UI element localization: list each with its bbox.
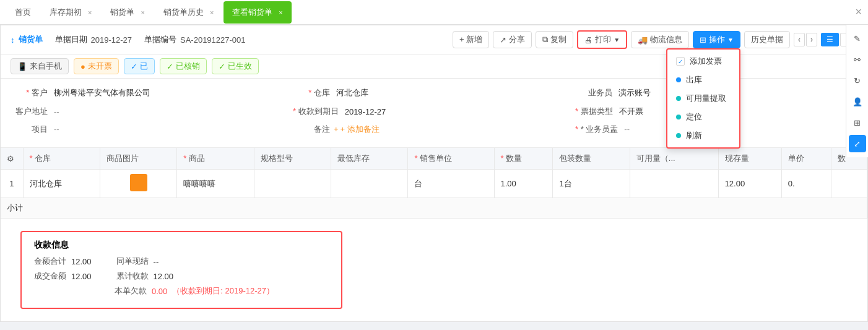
sidebar-user-icon[interactable]: 👤	[849, 93, 866, 110]
deal-label: 成交金额	[34, 271, 66, 282]
subtotal-label: 小计	[7, 203, 23, 212]
refresh-dot	[676, 133, 681, 138]
confirm-btn[interactable]: ✓ 已	[124, 58, 155, 74]
nav-prev[interactable]: ‹	[794, 33, 805, 46]
effective-btn[interactable]: ✓ 已生效	[212, 58, 259, 74]
dropdown-available-qty[interactable]: 可用量提取	[667, 89, 739, 108]
customer-field: 客户 柳州粤港平安气体有限公司	[11, 86, 293, 100]
total-item: 金额合计 12.00	[34, 256, 92, 267]
sidebar-link-icon[interactable]: ⚯	[849, 51, 866, 68]
doc-number-value: SA-20191227-001	[180, 35, 246, 45]
print-label: 打印	[595, 34, 611, 45]
tab-inventory-label: 库存期初	[50, 7, 82, 18]
dropdown-locate[interactable]: 定位	[667, 108, 739, 126]
same-order-label: 同单现结	[116, 256, 149, 267]
copy-button[interactable]: ⧉ 复制	[536, 31, 573, 48]
effective-icon: ✓	[219, 62, 225, 71]
history-button[interactable]: 历史单据	[744, 31, 790, 48]
payment-row-2: 成交金额 12.00 累计收款 12.00	[34, 271, 329, 282]
add-note-btn[interactable]: + + 添加备注	[334, 124, 380, 135]
tab-sales-history[interactable]: 销货单历史 ×	[155, 1, 222, 24]
share-label: 分享	[509, 34, 525, 45]
tab-view-sales[interactable]: 查看销货单 ×	[224, 1, 291, 24]
doc-date-label: 单据日期	[55, 34, 87, 45]
tab-sales-close[interactable]: ×	[141, 9, 144, 16]
sidebar-expand-icon[interactable]: ⤢	[849, 135, 866, 152]
new-button[interactable]: + 新增	[453, 31, 489, 48]
tab-sales[interactable]: 销货单 ×	[102, 1, 153, 24]
dropdown-outbound[interactable]: 出库	[667, 71, 739, 89]
row-unit: 台	[408, 170, 494, 198]
tab-home[interactable]: 首页	[6, 1, 40, 24]
table-body: 1 河北仓库 嘻嘻嘻嘻 台 1.00 1台 12.00 0.	[1, 170, 867, 219]
tab-inventory[interactable]: 库存期初 ×	[41, 1, 100, 24]
not-opened-btn[interactable]: ● 未开票	[74, 58, 119, 74]
confirm-icon: ✓	[131, 62, 137, 71]
same-order-value: --	[154, 257, 159, 266]
share-button[interactable]: ↗ 分享	[493, 31, 532, 48]
print-wrapper: 🖨 打印 ▼	[577, 30, 627, 49]
th-settings: ⚙	[1, 148, 23, 170]
outbound-dot	[676, 77, 681, 82]
sidebar-edit-icon[interactable]: ✎	[849, 30, 866, 47]
table-row: 1 河北仓库 嘻嘻嘻嘻 台 1.00 1台 12.00 0.	[1, 170, 867, 198]
row-warehouse: 河北仓库	[23, 170, 100, 198]
tab-home-label: 首页	[15, 7, 31, 18]
doc-title-text: 销货单	[19, 34, 43, 45]
history-label: 历史单据	[751, 34, 783, 45]
deal-item: 成交金额 12.00	[34, 271, 92, 282]
staff2-value: --	[622, 123, 632, 135]
project-value: --	[51, 123, 62, 135]
not-opened-label: 未开票	[88, 61, 112, 72]
row-image	[100, 170, 176, 198]
owed-item: 本单欠款 0.00 （收款到期日: 2019-12-27）	[115, 285, 274, 297]
print-button[interactable]: 🖨 打印 ▼	[577, 30, 627, 49]
add-invoice-checkbox[interactable]: ✓	[676, 57, 685, 66]
cancelled-btn[interactable]: ✓ 已核销	[160, 58, 207, 74]
doc-number-item: 单据编号 SA-20191227-001	[144, 34, 246, 45]
locate-label: 定位	[686, 111, 702, 123]
project-field: 项目 --	[11, 123, 293, 135]
list-view-btn[interactable]: ☰	[821, 33, 839, 46]
address-value: --	[51, 106, 62, 118]
th-price: 单价	[781, 148, 831, 170]
bottom-section: 收款信息 金额合计 12.00 同单现结 -- 成交金额 12.00 累计收款	[1, 219, 867, 321]
row-pack-qty: 1台	[553, 170, 630, 198]
dropdown-add-invoice[interactable]: ✓ 添加发票	[667, 52, 739, 71]
from-mobile-label: 来自手机	[30, 61, 62, 72]
note-label: 备注	[293, 124, 330, 135]
doc-header-left: ↕ 销货单 单据日期 2019-12-27 单据编号 SA-20191227-0…	[11, 34, 246, 45]
tab-view-sales-close[interactable]: ×	[279, 9, 282, 16]
logistics-button[interactable]: 🚚 物流信息	[631, 31, 689, 48]
staff2-label: * 业务员盂	[575, 124, 618, 135]
owed-label: 本单欠款	[115, 285, 147, 297]
window-close-icon[interactable]: ×	[855, 6, 862, 19]
dropdown-refresh[interactable]: 刷新	[667, 126, 739, 145]
table-container: ⚙ 仓库 商品图片 商品 规格型号 最低库存 销售单位 数量 包装数量 可用量（…	[1, 147, 867, 219]
owed-value: 0.00	[152, 287, 167, 296]
nav-next[interactable]: ›	[806, 33, 817, 46]
doc-header: ↕ 销货单 单据日期 2019-12-27 单据编号 SA-20191227-0…	[1, 25, 867, 54]
table-header: ⚙ 仓库 商品图片 商品 规格型号 最低库存 销售单位 数量 包装数量 可用量（…	[1, 148, 867, 170]
tab-bar: 首页 库存期初 × 销货单 × 销货单历史 × 查看销货单 × ×	[0, 0, 868, 25]
customer-label: 客户	[11, 87, 48, 98]
tab-sales-history-close[interactable]: ×	[210, 9, 214, 16]
staff-label: 业务员	[575, 87, 612, 98]
staff-value: 演示账号	[616, 86, 653, 100]
th-product: 商品	[177, 148, 254, 170]
sidebar-grid-icon[interactable]: ⊞	[849, 114, 866, 131]
deal-value: 12.00	[71, 272, 92, 281]
row-spec	[254, 170, 331, 198]
product-thumbnail	[130, 174, 147, 191]
payment-info-box: 收款信息 金额合计 12.00 同单现结 -- 成交金额 12.00 累计收款	[20, 231, 342, 309]
from-mobile-btn[interactable]: 📱 来自手机	[11, 58, 69, 74]
sidebar-refresh-icon[interactable]: ↻	[849, 72, 866, 89]
th-available: 可用量（...	[630, 148, 718, 170]
nav-arrows: ‹ ›	[794, 33, 817, 46]
data-table: ⚙ 仓库 商品图片 商品 规格型号 最低库存 销售单位 数量 包装数量 可用量（…	[1, 147, 867, 219]
tab-inventory-close[interactable]: ×	[88, 9, 92, 16]
operations-dropdown: ✓ 添加发票 出库 可用量提取 定位	[666, 48, 740, 149]
copy-icon: ⧉	[542, 35, 548, 45]
payment-row-1: 金额合计 12.00 同单现结 --	[34, 256, 329, 267]
operations-button[interactable]: ⊞ 操作 ▼	[693, 31, 740, 48]
